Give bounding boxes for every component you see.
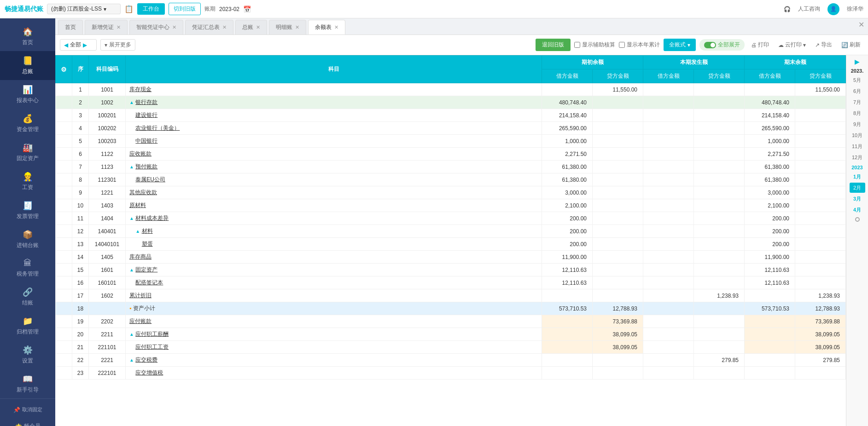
fullscreen-button[interactable]: 全账式 ▾ xyxy=(664,39,696,51)
sidebar: 🏠 首页 📒 总账 📊 报表中心 💰 资金管理 🏭 固定资产 👷 工资 🧾 发票… xyxy=(0,18,55,426)
timeline-month-1[interactable]: 1月 xyxy=(850,172,865,182)
name-link[interactable]: 固定资产 xyxy=(135,266,157,273)
tab-balance[interactable]: 余额表 ✕ xyxy=(308,20,345,35)
expand-more-button[interactable]: ▾ 展开更多 xyxy=(100,39,135,51)
timeline-month-5[interactable]: 5月 xyxy=(850,75,865,85)
chk-auxiliary-label[interactable]: 显示辅助核算 xyxy=(574,41,615,49)
name-link[interactable]: 泰属EU公司 xyxy=(135,176,165,183)
name-link[interactable]: 库存现金 xyxy=(129,86,151,92)
name-link[interactable]: 中国银行 xyxy=(135,138,157,144)
tab-voucher-summary[interactable]: 凭证汇总表 ✕ xyxy=(185,20,233,35)
timeline-month-11[interactable]: 11月 xyxy=(850,141,865,151)
cell-pe-credit xyxy=(795,276,846,289)
timeline-month-7[interactable]: 7月 xyxy=(850,97,865,107)
tab-general-ledger[interactable]: 总账 ✕ xyxy=(235,20,267,35)
chk-ytd-label[interactable]: 显示本年累计 xyxy=(619,41,660,49)
export-button[interactable]: ↗ 导出 xyxy=(812,39,835,51)
expand-all-toggle[interactable]: 全部展开 xyxy=(699,39,745,51)
row-expand-icon[interactable]: ▲ xyxy=(135,229,140,234)
cell-pe-debit: 61,380.00 xyxy=(745,161,795,173)
name-link[interactable]: 材料成本差异 xyxy=(135,215,169,221)
filter-box[interactable]: ◀ 全部 ▶ xyxy=(60,39,97,51)
tab-area-close[interactable]: ✕ xyxy=(858,20,864,29)
name-link[interactable]: 建设银行 xyxy=(135,112,157,118)
name-link[interactable]: 原材料 xyxy=(129,202,146,208)
sidebar-item-salary[interactable]: 👷 工资 xyxy=(0,167,55,196)
name-link[interactable]: 塑蛋 xyxy=(142,241,153,247)
timeline-month-10[interactable]: 10月 xyxy=(850,130,865,140)
sidebar-item-fund[interactable]: 💰 资金管理 xyxy=(0,109,55,138)
cell-settings xyxy=(56,199,72,212)
sidebar-item-home[interactable]: 🏠 首页 xyxy=(0,22,55,51)
th-settings[interactable]: ⚙ xyxy=(56,56,72,83)
tab-detail-ledger[interactable]: 明细账 ✕ xyxy=(269,20,306,35)
sidebar-item-guide[interactable]: 📖 新手引导 xyxy=(0,369,55,398)
sidebar-item-stock[interactable]: 📦 进销台账 xyxy=(0,225,55,254)
tab-smart-center-close[interactable]: ✕ xyxy=(172,24,176,30)
name-link[interactable]: 库存商品 xyxy=(129,253,151,260)
chk-ytd-input[interactable] xyxy=(619,42,625,48)
service-label[interactable]: 人工咨询 xyxy=(798,5,820,13)
row-expand-icon[interactable]: ▲ xyxy=(129,332,134,337)
tab-general-ledger-close[interactable]: ✕ xyxy=(256,24,260,30)
name-link[interactable]: 应付职工薪酬 xyxy=(135,331,169,337)
row-expand-icon[interactable]: ▲ xyxy=(129,357,134,363)
timeline-month-8[interactable]: 8月 xyxy=(850,108,865,118)
sidebar-item-assets[interactable]: 🏭 固定资产 xyxy=(0,138,55,167)
sidebar-item-settlement[interactable]: 🔗 结账 xyxy=(0,282,55,311)
sidebar-member[interactable]: 🌟 畅会员 xyxy=(0,419,55,426)
row-expand-icon[interactable]: ▲ xyxy=(129,164,134,169)
switch-version-button[interactable]: 切到旧版 xyxy=(169,3,201,15)
tab-home[interactable]: 首页 xyxy=(58,20,83,35)
name-link[interactable]: 累计折旧 xyxy=(129,292,151,299)
sidebar-item-invoice[interactable]: 🧾 发票管理 xyxy=(0,196,55,225)
cloud-print-button[interactable]: ☁ 云打印 ▾ xyxy=(775,39,809,51)
timeline-month-12[interactable]: 12月 xyxy=(850,152,865,162)
cell-cur-credit xyxy=(694,315,745,328)
name-link[interactable]: 应付职工工资 xyxy=(135,344,169,350)
cell-pe-credit: 12,788.93 xyxy=(795,302,846,315)
timeline-month-3[interactable]: 3月 xyxy=(850,194,865,204)
timeline-month-2[interactable]: 2月 xyxy=(850,183,865,193)
name-link[interactable]: 应交税费 xyxy=(135,357,157,363)
name-link[interactable]: 应交增值税 xyxy=(135,369,163,376)
cell-code: 1404 xyxy=(89,212,126,225)
sidebar-item-settings[interactable]: ⚙️ 设置 xyxy=(0,340,55,369)
sidebar-label-salary: 工资 xyxy=(22,184,33,191)
sidebar-item-ledger[interactable]: 📒 总账 xyxy=(0,51,55,80)
name-link[interactable]: 银行存款 xyxy=(135,99,157,105)
refresh-button[interactable]: 🔄 刷新 xyxy=(839,39,863,51)
name-link[interactable]: 材料 xyxy=(142,228,153,234)
filter-arrow-right[interactable]: ▶ xyxy=(83,42,87,48)
name-link[interactable]: 预付账款 xyxy=(135,163,157,170)
row-expand-icon[interactable]: ▲ xyxy=(129,267,134,272)
timeline-month-4[interactable]: 4月 xyxy=(850,205,865,215)
company-select[interactable]: (勿删) 江西股金-LSS ▾ xyxy=(47,4,121,14)
sidebar-item-report[interactable]: 📊 报表中心 xyxy=(0,80,55,109)
tab-smart-center[interactable]: 智能凭证中心 ✕ xyxy=(129,20,183,35)
timeline-expand-btn[interactable]: ▶ xyxy=(854,57,861,66)
tab-new-voucher-close[interactable]: ✕ xyxy=(117,24,121,30)
name-link[interactable]: 应付账款 xyxy=(129,318,151,324)
tab-detail-ledger-close[interactable]: ✕ xyxy=(295,24,299,30)
cell-cur-debit xyxy=(643,122,694,135)
chk-auxiliary-input[interactable] xyxy=(574,42,580,48)
name-link[interactable]: 配搭签记本 xyxy=(135,279,163,286)
tab-new-voucher[interactable]: 新增凭证 ✕ xyxy=(85,20,128,35)
return-old-button[interactable]: 退回旧版 xyxy=(536,39,571,51)
print-button[interactable]: 🖨 打印 xyxy=(748,39,772,51)
th-cur-debit: 借方金额 xyxy=(643,69,694,83)
name-link[interactable]: 应收账款 xyxy=(129,150,151,157)
workbench-button[interactable]: 工作台 xyxy=(137,3,165,15)
timeline-month-9[interactable]: 9月 xyxy=(850,119,865,129)
name-link[interactable]: 农业银行（美金） xyxy=(135,125,180,131)
timeline-month-6[interactable]: 6月 xyxy=(850,86,865,96)
tab-voucher-summary-close[interactable]: ✕ xyxy=(222,24,227,30)
row-expand-icon[interactable]: ▲ xyxy=(129,216,134,221)
sidebar-item-tax[interactable]: 🏛 税务管理 xyxy=(0,254,55,282)
sidebar-item-archive[interactable]: 📁 归档管理 xyxy=(0,311,55,340)
sidebar-unpin[interactable]: 📌 取消固定 xyxy=(0,403,55,417)
tab-balance-close[interactable]: ✕ xyxy=(334,24,338,30)
row-expand-icon[interactable]: ▲ xyxy=(129,100,134,105)
name-link[interactable]: 其他应收款 xyxy=(129,189,157,196)
